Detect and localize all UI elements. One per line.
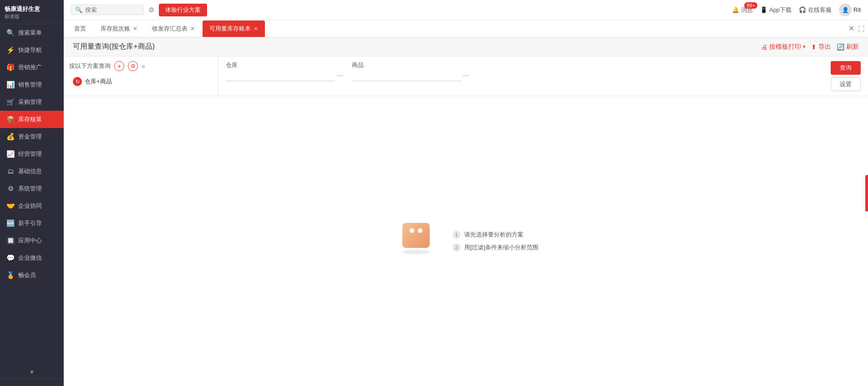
warehouse-field: 仓库 ···: [226, 61, 343, 81]
tab-label: 库存批次账: [101, 25, 130, 33]
sidebar-item-inventory[interactable]: 📦 库存核算: [0, 111, 64, 128]
purchase-icon: 🛒: [6, 98, 15, 106]
inventory-icon: 📦: [6, 115, 15, 124]
warehouse-input[interactable]: [226, 71, 335, 81]
phone-icon: 📱: [760, 6, 767, 13]
export-btn[interactable]: ⬆ 导出: [811, 43, 831, 51]
filter-scheme-label: 按以下方案查询: [69, 62, 111, 70]
refresh-icon: 🔄: [837, 43, 844, 51]
warehouse-label: 仓库: [226, 61, 343, 69]
tab-bar-actions: ✕ ⛶: [848, 24, 864, 33]
app-subtitle: 标准版: [5, 13, 59, 20]
sidebar-item-app-center[interactable]: 🔲 应用中心: [0, 232, 64, 249]
sidebar-item-finance[interactable]: 💰 资金管理: [0, 128, 64, 145]
tab-label: 收发存汇总表: [152, 25, 188, 33]
scheme-item-warehouse-goods[interactable]: ↻ 仓库+商品: [69, 75, 213, 88]
hint-item-1: 1 请先选择要分析的方案: [452, 231, 538, 239]
online-service-btn[interactable]: 🎧 在线客服: [799, 6, 832, 14]
industry-btn[interactable]: 体验行业方案: [159, 4, 207, 16]
collapse-btn[interactable]: «: [142, 62, 145, 70]
avatar: 👤: [839, 4, 852, 16]
filter-header: 按以下方案查询 + ⚙ «: [69, 61, 213, 71]
hint-text-1: 请先选择要分析的方案: [464, 231, 523, 239]
filter-fields: 仓库 ··· 商品 ··· 查询 设置: [218, 57, 868, 96]
topbar: 🔍 ⚙ 体验行业方案 🔔 消息 99+ 📱 App下载 🎧 在线客服 👤: [64, 0, 868, 20]
wechat-icon: 💬: [6, 254, 15, 262]
goods-more-icon[interactable]: ···: [463, 72, 469, 81]
empty-state-inner: 1 请先选择要分析的方案 2 用[过滤]条件来缩小分析范围: [393, 218, 538, 264]
close-window-icon[interactable]: ✕: [848, 24, 854, 33]
content-area: 可用量查询(按仓库+商品) 🖨 按模板打印 ▾ ⬆ 导出 🔄 刷新: [64, 37, 868, 386]
app-download-btn[interactable]: 📱 App下载: [760, 6, 792, 14]
tab-close-icon[interactable]: ✕: [133, 26, 137, 32]
sidebar-item-guide[interactable]: 🆕 新手引导: [0, 215, 64, 232]
sidebar-item-label: 系统管理: [18, 185, 42, 193]
goods-input[interactable]: [352, 71, 461, 81]
sidebar-item-sales[interactable]: 📊 销售管理: [0, 76, 64, 93]
sidebar-item-label: 应用中心: [18, 237, 42, 245]
sidebar-item-label: 库存核算: [18, 115, 42, 124]
settings-button[interactable]: 设置: [831, 77, 861, 91]
page-title: 可用量查询(按仓库+商品): [73, 42, 155, 51]
query-button[interactable]: 查询: [831, 61, 861, 75]
sidebar-item-search[interactable]: 🔍 搜索菜单: [0, 24, 64, 41]
sidebar-item-shortcuts[interactable]: ⚡ 快捷导航: [0, 41, 64, 59]
sidebar-item-basic-info[interactable]: 🗂 基础信息: [0, 163, 64, 180]
sidebar-item-system[interactable]: ⚙ 系统管理: [0, 180, 64, 197]
tab-receipt-summary[interactable]: 收发存汇总表 ✕: [145, 21, 202, 37]
guide-icon: 🆕: [6, 219, 15, 227]
hint-text-2: 用[过滤]条件来缩小分析范围: [464, 243, 538, 252]
system-icon: ⚙: [6, 185, 15, 193]
sidebar-bottom: [0, 378, 64, 386]
online-service-label: 在线客服: [808, 6, 832, 14]
tab-batch-ledger[interactable]: 库存批次账 ✕: [94, 21, 144, 37]
sidebar-item-operations[interactable]: 📈 经营管理: [0, 145, 64, 163]
robot-body: [402, 223, 430, 248]
sidebar-item-enterprise[interactable]: 🤝 企业协同: [0, 197, 64, 215]
search-input[interactable]: [85, 6, 131, 13]
tab-close-icon[interactable]: ✕: [190, 26, 195, 32]
settings-scheme-btn[interactable]: ⚙: [128, 61, 138, 71]
sidebar-item-label: 经营管理: [18, 150, 42, 158]
refresh-label: 刷新: [846, 43, 859, 51]
hint-number-1: 1: [452, 231, 461, 239]
topbar-search-box[interactable]: 🔍: [71, 5, 144, 15]
export-icon: ⬆: [811, 43, 817, 51]
goods-label: 商品: [352, 61, 469, 69]
robot-eyes: [402, 223, 430, 233]
sidebar-item-marketing[interactable]: 🎁 营销推广: [0, 59, 64, 76]
user-profile[interactable]: 👤 Rit: [839, 4, 861, 16]
app-title: 畅康通好生意: [5, 5, 59, 13]
search-icon: 🔍: [6, 29, 15, 37]
warehouse-more-icon[interactable]: ···: [337, 72, 343, 81]
robot-shadow: [402, 250, 430, 254]
search-icon: 🔍: [75, 6, 82, 13]
filter-panel: 按以下方案查询 + ⚙ « ↻ 仓库+商品 仓库 ···: [64, 57, 868, 96]
sidebar-item-label: 新手引导: [18, 219, 42, 227]
hint-item-2: 2 用[过滤]条件来缩小分析范围: [452, 243, 538, 252]
gear-icon[interactable]: ⚙: [148, 6, 154, 14]
operations-icon: 📈: [6, 150, 15, 158]
sidebar-scroll-down[interactable]: ▼: [0, 366, 64, 378]
tab-label: 可用量库存账本: [209, 25, 251, 33]
messages-badge: 99+: [744, 2, 757, 9]
robot-eye-left: [410, 228, 414, 233]
add-scheme-btn[interactable]: +: [114, 61, 124, 71]
chevron-down-icon: ▾: [803, 44, 806, 50]
sidebar-item-membership[interactable]: 🏅 畅会员: [0, 267, 64, 284]
sidebar-item-label: 基础信息: [18, 167, 42, 175]
export-label: 导出: [818, 43, 831, 51]
sidebar-item-label: 畅会员: [18, 271, 36, 279]
messages-btn[interactable]: 🔔 消息 99+: [732, 6, 753, 14]
print-btn[interactable]: 🖨 按模板打印 ▾: [761, 43, 806, 51]
tab-close-icon[interactable]: ✕: [254, 26, 258, 32]
sidebar-item-wechat[interactable]: 💬 企业微信: [0, 249, 64, 267]
tab-bar: 首页 库存批次账 ✕ 收发存汇总表 ✕ 可用量库存账本 ✕ ✕ ⛶: [64, 20, 868, 37]
refresh-btn[interactable]: 🔄 刷新: [837, 43, 859, 51]
expand-icon[interactable]: ⛶: [858, 25, 864, 32]
tab-available-ledger[interactable]: 可用量库存账本 ✕: [203, 21, 265, 37]
tab-home[interactable]: 首页: [67, 21, 93, 37]
filter-schemes: 按以下方案查询 + ⚙ « ↻ 仓库+商品: [64, 57, 218, 96]
sidebar-item-purchase[interactable]: 🛒 采购管理: [0, 93, 64, 111]
goods-field: 商品 ···: [352, 61, 469, 81]
